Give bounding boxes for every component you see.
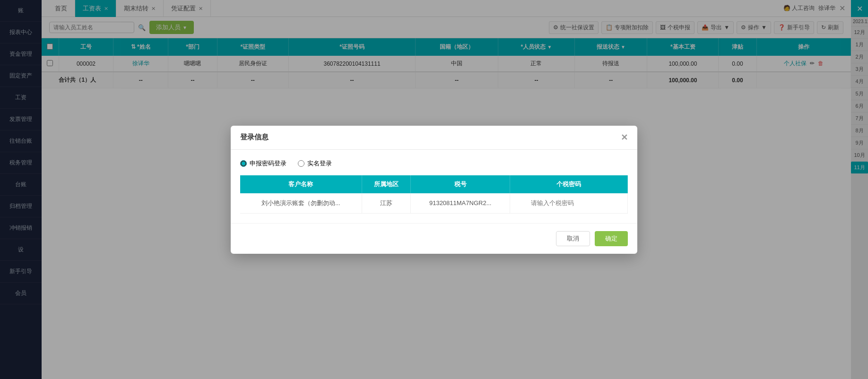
- client-tax-password-cell: [510, 193, 628, 214]
- dialog-close-button[interactable]: ✕: [621, 132, 628, 143]
- cancel-button[interactable]: 取消: [556, 231, 590, 246]
- client-table: 客户名称 所属地区 税号 个税密码 刘小艳演示账套（勿删勿动... 江苏 913…: [240, 175, 628, 214]
- radio-realname-login[interactable]: 实名登录: [298, 159, 332, 168]
- dialog-body: 申报密码登录 实名登录 客户名称 所属地区 税号 个税密码: [231, 150, 637, 223]
- col-tax-password: 个税密码: [510, 175, 628, 193]
- col-client-name: 客户名称: [240, 175, 362, 193]
- confirm-button[interactable]: 确定: [595, 231, 628, 246]
- login-dialog: 登录信息 ✕ 申报密码登录 实名登录 客户名称 所属地区: [231, 126, 637, 254]
- dialog-header: 登录信息 ✕: [231, 126, 637, 150]
- client-tax-number-cell: 91320811MA7NGR2...: [411, 193, 510, 214]
- tax-password-input[interactable]: [531, 199, 607, 207]
- col-tax-number: 税号: [411, 175, 510, 193]
- radio-password-login[interactable]: 申报密码登录: [240, 159, 286, 168]
- client-name-cell: 刘小艳演示账套（勿删勿动...: [240, 193, 362, 214]
- col-region: 所属地区: [362, 175, 410, 193]
- client-region-cell: 江苏: [362, 193, 410, 214]
- modal-overlay: 登录信息 ✕ 申报密码登录 实名登录 客户名称 所属地区: [0, 0, 868, 379]
- radio-password-input[interactable]: [240, 160, 247, 167]
- radio-realname-input[interactable]: [298, 160, 304, 167]
- dialog-title: 登录信息: [240, 133, 269, 142]
- login-type-radio-group: 申报密码登录 实名登录: [240, 159, 628, 168]
- client-row: 刘小艳演示账套（勿删勿动... 江苏 91320811MA7NGR2...: [240, 193, 628, 214]
- dialog-footer: 取消 确定: [231, 223, 637, 254]
